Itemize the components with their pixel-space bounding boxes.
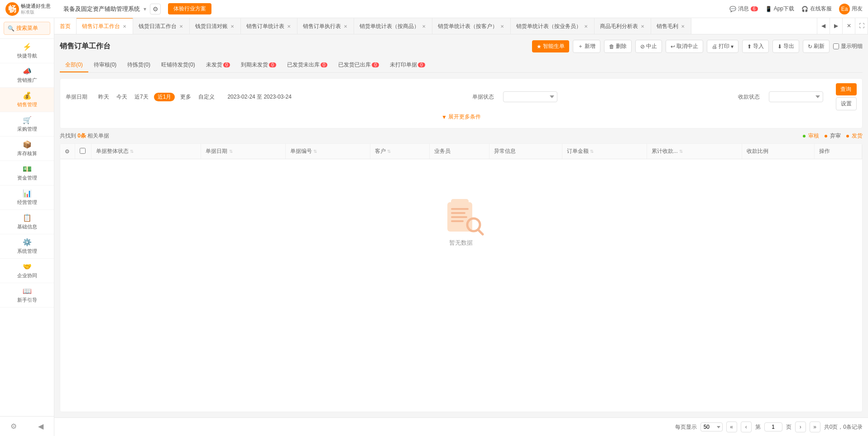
tab-shipment-stats-customer[interactable]: 销货单统计表（按客户） ✕ [432,18,511,34]
subtab-unprinted[interactable]: 未打印单据0 [384,58,431,72]
page-number-input[interactable] [764,422,782,431]
gear-icon[interactable]: ⚙ [150,4,161,14]
sort-icon[interactable]: ⇅ [590,149,594,154]
date-opt-more[interactable]: 更多 [178,92,193,102]
subtab-pending-pick[interactable]: 待拣货(0) [122,58,156,72]
date-opt-7days[interactable]: 近7天 [133,92,150,102]
add-button[interactable]: ＋ 新增 [573,40,600,53]
tab-sales-margin[interactable]: 销售毛利 ✕ [651,18,691,34]
experience-button[interactable]: 体验行业方案 [168,3,211,14]
svg-rect-1 [451,199,469,205]
settings-bottom-icon[interactable]: ⚙ [7,420,20,432]
date-opt-1month[interactable]: 近1月 [154,93,175,101]
sort-icon[interactable]: ⇅ [229,149,233,154]
subtab-pending-review[interactable]: 待审核(0) [88,58,122,72]
subtab-all[interactable]: 全部(0) [60,58,88,72]
collapse-icon[interactable]: ◀ [34,420,47,432]
app-download-label: App下载 [774,5,794,13]
date-opt-yesterday[interactable]: 昨天 [96,92,111,102]
sort-icon[interactable]: ⇅ [313,149,317,154]
import-button[interactable]: ⬆ 导入 [742,40,769,53]
tab-shipment-stats-product[interactable]: 销货单统计表（按商品） ✕ [354,18,432,34]
sidebar-item-quicknav[interactable]: ⚡ 快捷导航 [0,39,54,63]
sidebar-item-basic[interactable]: 📋 基础信息 [0,210,54,234]
th-gear[interactable]: ⚙ [60,144,75,159]
tab-daily-clear-workbench[interactable]: 钱货日清工作台 ✕ [133,18,190,34]
subtab-shipped-not-out[interactable]: 已发货未出库0 [282,58,333,72]
tab-home[interactable]: 首页 [54,18,77,34]
close-icon[interactable]: ✕ [343,24,348,29]
tab-scroll-left-button[interactable]: ◀ [817,18,830,34]
unreviewed-action-button[interactable]: 弃审 [825,132,841,140]
subtab-unshipped[interactable]: 未发货0 [201,58,236,72]
sidebar-item-inventory[interactable]: 📦 库存核算 [0,137,54,161]
chevron-down-icon[interactable]: ▾ [144,6,146,12]
cancel-stop-button[interactable]: ↩ 取消中止 [666,40,703,53]
date-opt-today[interactable]: 今天 [115,92,129,102]
sidebar-item-system[interactable]: ⚙️ 系统管理 [0,234,54,259]
close-icon[interactable]: ✕ [421,24,427,29]
sidebar-item-operations[interactable]: 📊 经营管理 [0,185,54,210]
sales-icon: 💰 [23,91,32,100]
status-select[interactable] [503,91,557,102]
tab-label: 商品毛利分析表 [600,23,638,30]
sidebar-item-guide[interactable]: 📖 新手引导 [0,283,54,308]
expand-conditions-button[interactable]: ▼ 展开更多条件 [441,113,481,121]
close-icon[interactable]: ✕ [640,24,645,29]
sidebar-item-purchase[interactable]: 🛒 采购管理 [0,112,54,137]
per-page-select[interactable]: 50 20 100 200 [700,422,723,431]
first-page-button[interactable]: « [726,422,737,432]
smart-generate-button[interactable]: ★ 智能生单 [532,40,569,52]
subtab-shipped-out[interactable]: 已发货已出库0 [333,58,384,72]
delete-button[interactable]: 🗑 删除 [604,40,632,53]
close-icon[interactable]: ✕ [583,24,589,29]
user-menu-button[interactable]: Ea 用友 [839,4,863,14]
show-detail-checkbox[interactable] [833,43,839,49]
print-button[interactable]: 🖨 打印 ▾ [707,40,739,53]
th-checkbox[interactable] [75,144,91,159]
sort-icon[interactable]: ⇅ [387,149,391,154]
refresh-button[interactable]: ↻ 刷新 [803,40,830,53]
close-icon[interactable]: ✕ [122,24,127,29]
close-icon[interactable]: ✕ [230,24,235,29]
tab-sales-order-stats[interactable]: 销售订单统计表 ✕ [241,18,297,34]
payment-select[interactable] [769,91,823,102]
app-download-button[interactable]: 📱 App下载 [765,5,794,13]
close-icon[interactable]: ✕ [680,24,686,29]
tab-close-all-button[interactable]: ✕ [843,18,855,34]
show-detail-checkbox-label[interactable]: 显示明细 [833,43,863,50]
close-icon[interactable]: ✕ [178,24,184,29]
message-button[interactable]: 💬 消息 6 [729,5,758,13]
tab-gross-profit[interactable]: 商品毛利分析表 ✕ [595,18,651,34]
tab-sales-order-exec[interactable]: 销售订单执行表 ✕ [297,18,354,34]
sidebar-item-sales[interactable]: 💰 销售管理 [0,88,54,112]
stop-button[interactable]: ⊘ 中止 [635,40,662,53]
next-page-button[interactable]: › [795,422,806,432]
tab-fullscreen-button[interactable]: ⛶ [855,18,868,34]
subtab-wangpu-pending[interactable]: 旺铺待发货(0) [156,58,201,72]
sort-icon[interactable]: ⇅ [130,149,134,154]
export-button[interactable]: ⬇ 导出 [772,40,799,53]
select-all-checkbox[interactable] [80,148,86,154]
close-icon[interactable]: ✕ [286,24,292,29]
prev-page-button[interactable]: ‹ [741,422,752,432]
ship-action-button[interactable]: 发货 [846,132,863,140]
subtab-overdue-unshipped[interactable]: 到期未发货0 [235,58,282,72]
close-icon[interactable]: ✕ [499,24,505,29]
lightning-icon: ⚡ [23,43,32,51]
sidebar-item-finance[interactable]: 💵 资金管理 [0,161,54,185]
tab-shipment-stats-salesperson[interactable]: 销货单统计表（按业务员） ✕ [511,18,595,34]
online-service-button[interactable]: 🎧 在线客服 [801,5,832,13]
sidebar-item-cooperation[interactable]: 🤝 企业协同 [0,259,54,283]
date-opt-custom[interactable]: 自定义 [197,92,216,102]
review-action-button[interactable]: 审核 [803,132,819,140]
tab-daily-reconciliation[interactable]: 钱货日清对账 ✕ [190,18,241,34]
tab-scroll-right-button[interactable]: ▶ [830,18,843,34]
settings-button[interactable]: 设置 [836,97,857,110]
last-page-button[interactable]: » [810,422,820,432]
tab-sales-order-workbench[interactable]: 销售订单工作台 ✕ [77,18,133,34]
sort-icon[interactable]: ⇅ [679,149,683,154]
search-menu-button[interactable]: 🔍 搜索菜单 [4,22,50,35]
query-button[interactable]: 查询 [836,83,857,95]
sidebar-item-marketing[interactable]: 📣 营销推广 [0,63,54,88]
